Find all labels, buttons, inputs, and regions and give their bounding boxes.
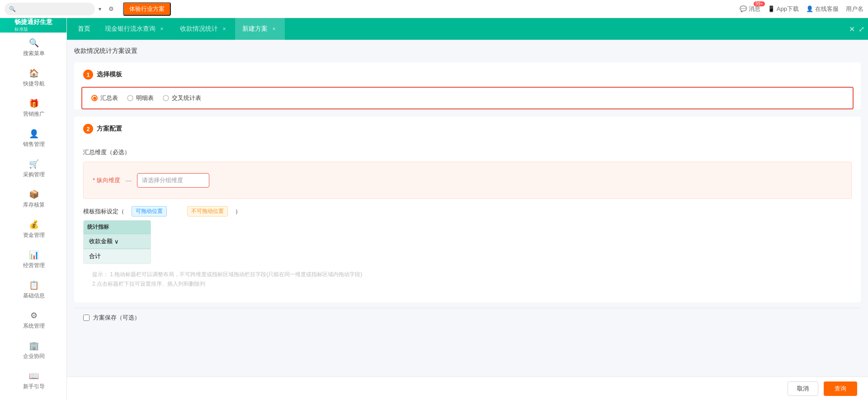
footer-bar: 取消 查询 [67,376,868,400]
message-button[interactable]: 💬 消息 99+ [740,5,760,13]
sidebar-label-guide: 新手引导 [23,383,45,391]
indicator-table-header-row: 统计指标 [84,221,151,234]
gear-icon[interactable]: ⚙ [105,3,118,15]
indicator-header: 模板指标设定（ 可拖动位置 不可拖动位置 ） [83,206,852,216]
main-layout: 畅捷通好生意 标准版 🔍 搜索菜单 🏠 快捷导航 🎁 营销推广 👤 销售管理 🛒… [0,18,868,400]
tab-new-plan[interactable]: 新建方案 × [235,18,285,40]
tab-home[interactable]: 首页 [71,18,98,40]
app-download-link[interactable]: 📱 App下载 [768,5,799,13]
sidebar-item-finance[interactable]: 💰 资金管理 [0,214,66,245]
settings-icon: ⚙ [30,311,38,320]
clipboard-icon: 📋 [29,280,39,290]
user-name[interactable]: 用户名 [846,5,863,13]
dropdown-arrow[interactable]: ▾ [99,6,101,12]
save-checkbox[interactable] [83,315,90,321]
step2-badge: 2 [83,124,93,134]
indicator-config-label: 模板指标设定（ [83,207,124,216]
message-badge: 99+ [754,1,765,6]
hint-line-2: 2.点击标题栏下拉可设置排序、插入列和删除列 [92,280,843,288]
logo-sub: 标准版 [14,26,52,33]
dim-arrow: — [126,177,132,184]
indicator-table-title: 统计指标 [87,224,109,230]
tab-new-plan-label: 新建方案 [242,25,268,33]
radio-detail-label: 明细表 [136,94,154,102]
group-dimension-select[interactable]: 请选择分组维度 [137,173,209,188]
money-icon: 💰 [29,220,39,230]
radio-cross[interactable]: 交叉统计表 [163,94,201,102]
radio-detail[interactable]: 明细表 [127,94,154,102]
step1-title: 选择模板 [97,71,122,79]
search-menu-icon: 🔍 [29,38,39,48]
sidebar-item-guide[interactable]: 📖 新手引导 [0,366,66,396]
step1-header: 1 选择模板 [74,62,861,87]
radio-summary[interactable]: 汇总表 [91,94,118,102]
sidebar-item-quick-nav[interactable]: 🏠 快捷导航 [0,63,66,93]
radio-cross-label: 交叉统计表 [172,94,201,102]
logo-text: 畅捷通好生意 [14,18,52,26]
sidebar-label-system: 系统管理 [23,322,45,330]
sidebar-label-search: 搜索菜单 [23,50,45,57]
sidebar-item-operation[interactable]: 📊 经营管理 [0,245,66,275]
window-expand-icon[interactable]: ⤢ [859,25,864,33]
message-icon: 💬 [740,5,747,12]
top-bar: 🔍 ▾ ⚙ 体验行业方案 💬 消息 99+ 📱 App下载 👤 在线客服 用户名 [0,0,868,18]
search-box[interactable]: 🔍 [5,3,95,15]
template-options: 汇总表 明细表 交叉统计表 [81,87,854,109]
bracket-close: ） [235,207,241,216]
draggable-tag: 可拖动位置 [132,206,167,216]
sidebar-label-finance: 资金管理 [23,231,45,239]
window-close-icon[interactable]: ✕ [849,25,855,33]
tab-new-plan-close[interactable]: × [270,25,278,33]
search-icon: 🔍 [9,6,16,12]
cancel-button[interactable]: 取消 [788,381,818,396]
sidebar-item-basic[interactable]: 📋 基础信息 [0,275,66,305]
total-label: 合计 [89,253,101,259]
sidebar-item-system[interactable]: ⚙ 系统管理 [0,305,66,335]
box-icon: 📦 [29,189,39,199]
dim-select-placeholder: 请选择分组维度 [142,176,183,184]
sidebar: 畅捷通好生意 标准版 🔍 搜索菜单 🏠 快捷导航 🎁 营销推广 👤 销售管理 🛒… [0,18,67,400]
hint-area: 提示： 1.拖动标题栏可以调整布局，不可跨维度或指标区域拖动栏目字段(只能在同一… [83,265,852,295]
sidebar-item-smart-hw[interactable]: 🖥 智能硬件 [0,396,66,400]
download-label: App下载 [777,5,799,13]
dimension-row: * 纵向维度 — 请选择分组维度 [93,173,842,188]
sidebar-label-quick-nav: 快捷导航 [23,80,45,88]
sidebar-label-enterprise: 企业协同 [23,353,45,360]
radio-detail-circle[interactable] [127,95,133,101]
sidebar-item-sales[interactable]: 👤 销售管理 [0,123,66,154]
sidebar-label-operation: 经营管理 [23,262,45,269]
sidebar-item-search[interactable]: 🔍 搜索菜单 [0,33,66,63]
service-label: 在线客服 [815,5,839,13]
tab-bank-flow[interactable]: 现金银行流水查询 × [98,18,173,40]
cart-icon: 🛒 [29,159,39,169]
indicator-table: 统计指标 收款金额 ∨ 合计 [83,220,151,264]
tab-receipt-stat[interactable]: 收款情况统计 × [173,18,235,40]
tab-receipt-stat-close[interactable]: × [221,25,228,33]
tab-bar: 首页 现金银行流水查询 × 收款情况统计 × 新建方案 × ✕ ⤢ [67,18,868,40]
step1-section: 1 选择模板 汇总表 明细表 交叉统计表 [74,62,861,109]
home-icon: 🏠 [29,68,39,78]
online-service-link[interactable]: 👤 在线客服 [806,5,839,13]
sidebar-label-purchase: 采购管理 [23,171,45,179]
chart-icon: 📊 [29,250,39,260]
user-icon: 👤 [29,129,39,139]
trial-button[interactable]: 体验行业方案 [123,2,171,16]
step2-header: 2 方案配置 [74,117,861,141]
tab-bank-flow-close[interactable]: × [158,25,165,33]
content-area: 首页 现金银行流水查询 × 收款情况统计 × 新建方案 × ✕ ⤢ 收款情况统计… [67,18,868,400]
col-dropdown-icon[interactable]: ∨ [114,238,119,245]
tab-bank-flow-label: 现金银行流水查询 [105,25,156,33]
sidebar-label-basic: 基础信息 [23,292,45,300]
radio-summary-circle[interactable] [91,95,98,101]
sidebar-item-inventory[interactable]: 📦 库存核算 [0,184,66,214]
indicator-col-header[interactable]: 收款金额 ∨ [84,234,151,249]
query-button[interactable]: 查询 [824,381,857,396]
sidebar-item-marketing[interactable]: 🎁 营销推广 [0,93,66,123]
sidebar-item-enterprise[interactable]: 🏢 企业协同 [0,335,66,366]
gift-icon: 🎁 [29,99,39,108]
indicator-section: 模板指标设定（ 可拖动位置 不可拖动位置 ） 统计指标 收款金额 [83,206,852,265]
download-icon: 📱 [768,5,775,12]
page-title: 收款情况统计方案设置 [74,47,861,55]
radio-cross-circle[interactable] [163,95,169,101]
sidebar-item-purchase[interactable]: 🛒 采购管理 [0,154,66,184]
